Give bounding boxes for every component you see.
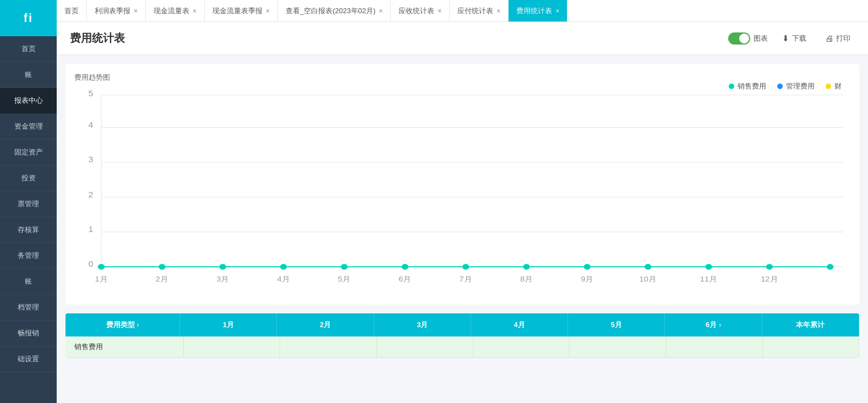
- svg-text:7月: 7月: [460, 275, 472, 283]
- svg-text:1月: 1月: [95, 275, 107, 283]
- main-content: 首页 利润表季报 × 现金流量表 × 现金流量表季报 × 查看_空白报表(202…: [57, 0, 868, 403]
- sidebar-item-inventory[interactable]: 存核算: [0, 217, 57, 243]
- table-header: 费用类型 ‹ 1月 2月 3月 4月 5月: [65, 313, 859, 336]
- svg-text:6月: 6月: [398, 275, 411, 283]
- sidebar-item-fund-management[interactable]: 资金管理: [0, 114, 57, 140]
- svg-point-20: [523, 264, 529, 270]
- td-m3: [377, 336, 473, 357]
- close-tab-payable[interactable]: ×: [496, 7, 500, 15]
- svg-text:9月: 9月: [581, 275, 593, 283]
- th-m5: 5月: [568, 313, 665, 336]
- td-m1: [184, 336, 280, 357]
- next-arrow[interactable]: ›: [719, 321, 721, 329]
- close-tab-expense-stats[interactable]: ×: [555, 7, 559, 15]
- th-type: 费用类型 ‹: [65, 313, 180, 336]
- svg-text:3月: 3月: [216, 275, 229, 283]
- td-m4: [473, 336, 570, 357]
- chart-toggle[interactable]: [728, 32, 750, 45]
- sidebar-item-ledger[interactable]: 账: [0, 269, 57, 295]
- svg-text:2月: 2月: [156, 275, 168, 283]
- svg-point-22: [645, 264, 651, 270]
- sidebar-item-investment[interactable]: 投资: [0, 165, 57, 191]
- sidebar-item-home[interactable]: 首页: [0, 36, 57, 62]
- th-ytd: 本年累计: [762, 313, 859, 336]
- svg-point-23: [705, 264, 712, 270]
- sidebar-item-fixed-assets[interactable]: 固定资产: [0, 140, 57, 165]
- sidebar-item-reimbursement[interactable]: 畅报销: [0, 321, 57, 346]
- svg-point-25: [827, 264, 833, 270]
- sidebar-item-invoice[interactable]: 票管理: [0, 191, 57, 217]
- tab-profit-quarterly[interactable]: 利润表季报 ×: [87, 0, 146, 22]
- svg-point-15: [220, 264, 226, 270]
- print-icon: 🖨: [825, 34, 833, 43]
- chart-svg: 0 1 2 3 4 5: [74, 87, 850, 296]
- sidebar-item-account[interactable]: 账: [0, 62, 57, 88]
- page-content: 费用统计表 图表 ⬇ 下载 🖨 打印 费用趋势图: [57, 22, 868, 403]
- page-title: 费用统计表: [70, 31, 125, 46]
- tab-bar: 首页 利润表季报 × 现金流量表 × 现金流量表季报 × 查看_空白报表(202…: [57, 0, 868, 22]
- sidebar-item-report-center[interactable]: 报表中心: [0, 88, 57, 114]
- tab-cashflow[interactable]: 现金流量表 ×: [146, 0, 205, 22]
- svg-text:3: 3: [88, 156, 93, 164]
- page-header: 费用统计表 图表 ⬇ 下载 🖨 打印: [57, 22, 868, 55]
- tab-payable[interactable]: 应付统计表 ×: [450, 0, 509, 22]
- svg-text:10月: 10月: [639, 275, 656, 283]
- tab-blank-report[interactable]: 查看_空白报表(2023年02月) ×: [278, 0, 391, 22]
- table-row: 销售费用: [65, 336, 859, 358]
- chart-section: 费用趋势图 销售费用 管理费用 财: [65, 64, 859, 305]
- tab-cashflow-quarterly[interactable]: 现金流量表季报 ×: [205, 0, 278, 22]
- tab-receivable[interactable]: 应收统计表 ×: [391, 0, 450, 22]
- svg-text:1: 1: [88, 225, 93, 234]
- chart-toggle-wrap: 图表: [728, 32, 768, 45]
- sidebar-item-base-settings[interactable]: 础设置: [0, 346, 57, 372]
- sidebar-item-business[interactable]: 务管理: [0, 243, 57, 269]
- tab-home[interactable]: 首页: [57, 0, 87, 22]
- prev-arrow[interactable]: ‹: [137, 321, 139, 329]
- download-button[interactable]: ⬇ 下载: [778, 31, 811, 46]
- svg-point-14: [159, 264, 165, 270]
- tab-expense-stats[interactable]: 费用统计表 ×: [509, 0, 567, 22]
- close-tab-profit-quarterly[interactable]: ×: [134, 7, 138, 15]
- sidebar-item-archive[interactable]: 档管理: [0, 295, 57, 321]
- svg-point-19: [462, 264, 469, 270]
- td-type: 销售费用: [65, 336, 184, 357]
- td-m5: [570, 336, 666, 357]
- svg-point-13: [98, 264, 105, 270]
- svg-text:0: 0: [88, 260, 93, 268]
- toggle-label: 图表: [754, 34, 768, 43]
- chart-container: 0 1 2 3 4 5: [74, 87, 850, 296]
- svg-text:11月: 11月: [700, 275, 717, 283]
- svg-point-24: [766, 264, 773, 270]
- th-m4: 4月: [471, 313, 568, 336]
- th-m2: 2月: [277, 313, 374, 336]
- svg-text:12月: 12月: [761, 275, 778, 283]
- svg-point-18: [402, 264, 408, 270]
- table-section: 费用类型 ‹ 1月 2月 3月 4月 5月: [65, 313, 859, 358]
- svg-text:5月: 5月: [338, 275, 351, 283]
- svg-point-17: [341, 264, 347, 270]
- sidebar: fi 首页 账 报表中心 资金管理 固定资产 投资 票管理 存核算 务管理 账 …: [0, 0, 57, 403]
- svg-text:5: 5: [88, 90, 93, 98]
- close-tab-cashflow[interactable]: ×: [193, 7, 196, 15]
- th-m1: 1月: [180, 313, 277, 336]
- svg-text:4: 4: [88, 121, 93, 129]
- app-logo: fi: [0, 0, 57, 36]
- svg-point-16: [280, 264, 287, 270]
- close-tab-cashflow-quarterly[interactable]: ×: [266, 7, 270, 15]
- svg-point-21: [584, 264, 591, 270]
- header-actions: 图表 ⬇ 下载 🖨 打印: [728, 31, 855, 46]
- svg-text:2: 2: [88, 191, 93, 199]
- td-m6: [666, 336, 762, 357]
- svg-text:4月: 4月: [277, 275, 290, 283]
- download-icon: ⬇: [782, 34, 789, 43]
- th-m3: 3月: [374, 313, 471, 336]
- th-m6: 6月 ›: [665, 313, 762, 336]
- td-ytd: [763, 336, 859, 357]
- close-tab-blank-report[interactable]: ×: [379, 7, 383, 15]
- svg-text:8月: 8月: [520, 275, 533, 283]
- close-tab-receivable[interactable]: ×: [438, 7, 441, 15]
- td-m2: [280, 336, 376, 357]
- print-button[interactable]: 🖨 打印: [821, 31, 855, 46]
